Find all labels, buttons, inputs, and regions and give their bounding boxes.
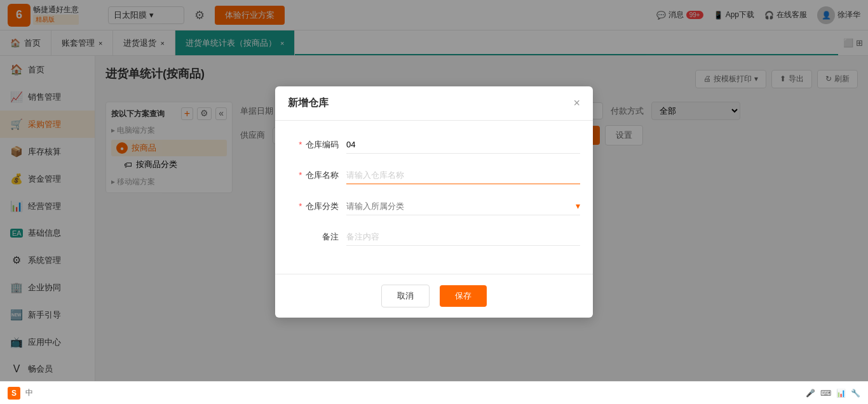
dialog-footer: 取消 保存: [275, 274, 593, 318]
s-logo: S: [8, 387, 20, 400]
save-button[interactable]: 保存: [440, 285, 487, 307]
name-input[interactable]: [346, 166, 580, 184]
keyboard-icon[interactable]: ⌨: [820, 389, 831, 398]
dialog-body: * 仓库编码 * 仓库名称 * 仓库分类: [275, 121, 593, 274]
name-required-star: *: [299, 170, 302, 180]
dialog-title: 新增仓库: [288, 97, 329, 110]
tool-icon[interactable]: 🔧: [851, 389, 860, 398]
chart-icon[interactable]: 📊: [836, 389, 846, 398]
note-label: 备注: [288, 231, 339, 243]
bottom-bar: S 中 🎤 ⌨ 📊 🔧: [0, 381, 868, 404]
code-required-star: *: [299, 140, 302, 149]
form-row-name: * 仓库名称: [288, 166, 580, 184]
category-select-input[interactable]: [346, 201, 576, 211]
category-label: * 仓库分类: [288, 201, 339, 212]
category-label-text: 仓库分类: [306, 201, 339, 211]
bottom-left: S 中: [8, 387, 33, 400]
category-select-row[interactable]: ▾: [346, 197, 580, 215]
category-chevron-icon: ▾: [576, 201, 580, 211]
modal-overlay: 新增仓库 × * 仓库编码 * 仓库名称: [0, 0, 868, 404]
note-label-text: 备注: [322, 232, 339, 241]
cancel-button[interactable]: 取消: [381, 285, 430, 307]
name-label: * 仓库名称: [288, 170, 339, 181]
form-row-category: * 仓库分类 ▾: [288, 197, 580, 215]
bottom-label: 中: [25, 387, 33, 398]
code-label: * 仓库编码: [288, 139, 339, 151]
form-row-code: * 仓库编码: [288, 136, 580, 154]
code-input[interactable]: [346, 136, 580, 154]
code-label-text: 仓库编码: [306, 140, 339, 149]
dialog-close-button[interactable]: ×: [573, 97, 580, 110]
dialog-header: 新增仓库 ×: [275, 86, 593, 121]
new-warehouse-dialog: 新增仓库 × * 仓库编码 * 仓库名称: [275, 86, 593, 318]
note-input[interactable]: [346, 228, 580, 246]
form-row-note: 备注: [288, 228, 580, 246]
name-label-text: 仓库名称: [306, 170, 339, 180]
bottom-right: 🎤 ⌨ 📊 🔧: [806, 389, 860, 398]
mic-icon[interactable]: 🎤: [806, 389, 815, 398]
category-required-star: *: [299, 201, 302, 211]
